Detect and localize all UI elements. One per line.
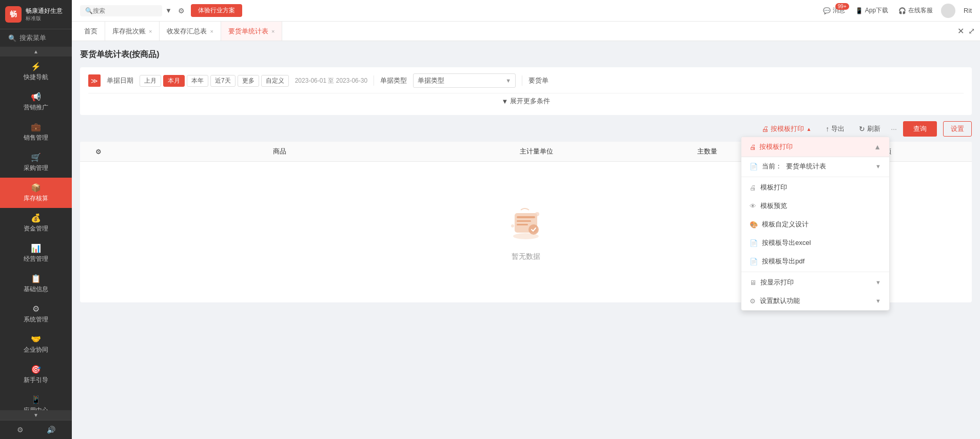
template-print-item[interactable]: 🖨 模板打印 bbox=[741, 178, 889, 197]
customer-service-btn[interactable]: 🎧 在线客服 bbox=[896, 6, 933, 15]
sidebar-item-appstore[interactable]: 📱应用中心 bbox=[0, 390, 72, 410]
messages-badge: 99+ bbox=[835, 3, 849, 10]
empty-illustration bbox=[505, 203, 546, 244]
filter-expand-btn[interactable]: ≫ bbox=[88, 74, 101, 87]
content-area: 要货单统计表(按商品) ≫ 单据日期 上月 本月 本年 近7天 更多 自定义 2… bbox=[72, 41, 980, 439]
svg-rect-4 bbox=[517, 224, 528, 225]
print-icon: 🖨 bbox=[761, 125, 769, 133]
current-template-item[interactable]: 📄 当前： 要货单统计表 ▼ bbox=[741, 157, 889, 176]
print-dropdown-header: 🖨 按模板打印 ▲ bbox=[741, 137, 889, 157]
expand-more-btn[interactable]: ▼ 展开更多条件 bbox=[88, 93, 964, 109]
type-select[interactable]: 单据类型 ▼ bbox=[413, 73, 516, 88]
sidebar-icon-inventory: 📦 bbox=[31, 183, 41, 193]
set-default-item[interactable]: ⚙ 设置默认功能 ▼ bbox=[741, 292, 889, 310]
sidebar-label-marketing: 营销推广 bbox=[24, 103, 48, 112]
topbar-gear-icon[interactable]: ⚙ bbox=[178, 7, 185, 15]
type-select-value: 单据类型 bbox=[418, 76, 444, 85]
sidebar-item-finance[interactable]: 💰资金管理 bbox=[0, 208, 72, 238]
print-template-btn[interactable]: 🖨 按模板打印 ▲ bbox=[757, 122, 815, 136]
tab-close-order-stats[interactable]: × bbox=[271, 28, 275, 34]
query-btn[interactable]: 查询 bbox=[903, 121, 937, 137]
template-preview-icon: 👁 bbox=[750, 202, 756, 210]
sidebar-icon-finance: 💰 bbox=[31, 213, 41, 223]
tab-order-stats[interactable]: 要货单统计表 × bbox=[221, 22, 282, 41]
sidebar-icon-appstore: 📱 bbox=[31, 395, 41, 405]
sidebar-label-finance: 资金管理 bbox=[24, 224, 48, 233]
sidebar-icon-quick-nav: ⚡ bbox=[31, 62, 41, 71]
col-settings[interactable]: ⚙ bbox=[88, 148, 109, 156]
search-input[interactable] bbox=[93, 7, 144, 14]
svg-rect-3 bbox=[517, 220, 531, 222]
tab-close-inventory-batch[interactable]: × bbox=[149, 28, 152, 34]
page-title: 要货单统计表(按商品) bbox=[80, 49, 972, 60]
user-avatar[interactable] bbox=[941, 4, 955, 18]
export-pdf-item[interactable]: 📄 按模板导出pdf bbox=[741, 252, 889, 271]
tabs-right: ✕ ⤢ bbox=[957, 26, 975, 36]
tab-inventory-batch[interactable]: 库存批次账 × bbox=[105, 22, 160, 41]
sidebar-scroll-down[interactable]: ▼ bbox=[0, 410, 72, 420]
expand-icon: ▼ bbox=[502, 98, 508, 105]
topbar-dropdown-icon[interactable]: ▼ bbox=[165, 7, 172, 14]
export-btn[interactable]: ↑ 导出 bbox=[821, 122, 849, 136]
date-more[interactable]: 更多 bbox=[238, 75, 259, 87]
toolbar-more-btn[interactable]: ··· bbox=[891, 125, 897, 133]
sidebar-item-cooperation[interactable]: 🤝企业协同 bbox=[0, 329, 72, 359]
app-download-btn[interactable]: 📱 App下载 bbox=[853, 6, 888, 15]
template-design-icon: 🎨 bbox=[750, 221, 758, 228]
sidebar-nav: ⚡快捷导航📢营销推广💼销售管理🛒采购管理📦库存核算💰资金管理📊经营管理📋基础信息… bbox=[0, 56, 72, 410]
sidebar-item-purchase[interactable]: 🛒采购管理 bbox=[0, 147, 72, 178]
svg-point-6 bbox=[535, 212, 539, 216]
dropdown-divider-1 bbox=[741, 177, 889, 177]
display-print-item[interactable]: 🖥 按显示打印 ▼ bbox=[741, 273, 889, 292]
logo-icon: 畅 bbox=[5, 6, 22, 23]
refresh-btn[interactable]: ↻ 刷新 bbox=[855, 122, 885, 136]
sidebar-logo: 畅 畅康通好生意 标准版 bbox=[0, 0, 72, 29]
topbar-search-icon: 🔍 bbox=[85, 7, 93, 14]
export-pdf-icon: 📄 bbox=[750, 258, 758, 265]
sidebar-label-purchase: 采购管理 bbox=[24, 164, 48, 173]
sidebar-label-inventory: 库存核算 bbox=[24, 194, 48, 203]
date-curr-month[interactable]: 本月 bbox=[163, 75, 185, 87]
topbar-right: 💬 消息 99+ 📱 App下载 🎧 在线客服 Rit bbox=[821, 4, 972, 18]
sidebar-item-inventory[interactable]: 📦库存核算 bbox=[0, 178, 72, 208]
tab-home[interactable]: 首页 bbox=[77, 22, 105, 41]
sidebar-item-system[interactable]: ⚙系统管理 bbox=[0, 299, 72, 329]
sidebar-item-basic[interactable]: 📋基础信息 bbox=[0, 269, 72, 299]
date-prev-month[interactable]: 上月 bbox=[140, 75, 161, 87]
template-preview-item[interactable]: 👁 模板预览 bbox=[741, 197, 889, 215]
sidebar-item-guide[interactable]: 🎯新手引导 bbox=[0, 359, 72, 390]
sidebar-label-basic: 基础信息 bbox=[24, 285, 48, 294]
sidebar-item-quick-nav[interactable]: ⚡快捷导航 bbox=[0, 56, 72, 87]
col-settings-icon: ⚙ bbox=[95, 148, 102, 156]
print-dropdown-close-btn[interactable]: ▲ bbox=[874, 143, 881, 151]
search-menu[interactable]: 🔍 搜索菜单 bbox=[0, 29, 72, 47]
date-7days[interactable]: 近7天 bbox=[210, 75, 236, 87]
topbar: 🔍 ▼ ⚙ 体验行业方案 💬 消息 99+ 📱 App下载 🎧 在线客服 Rit bbox=[72, 0, 980, 22]
sidebar-item-sales[interactable]: 💼销售管理 bbox=[0, 117, 72, 147]
date-custom[interactable]: 自定义 bbox=[261, 75, 289, 87]
template-design-item[interactable]: 🎨 模板自定义设计 bbox=[741, 215, 889, 234]
topbar-search[interactable]: 🔍 bbox=[80, 5, 162, 16]
tab-close-receipt-summary[interactable]: × bbox=[210, 28, 213, 34]
sidebar-label-sales: 销售管理 bbox=[24, 133, 48, 142]
date-buttons: 上月 本月 本年 近7天 更多 自定义 bbox=[140, 75, 289, 87]
tabs-expand-icon[interactable]: ⤢ bbox=[968, 26, 975, 36]
settings-btn[interactable]: 设置 bbox=[943, 121, 972, 137]
service-icon: 🎧 bbox=[898, 7, 906, 14]
export-excel-item[interactable]: 📄 按模板导出excel bbox=[741, 234, 889, 252]
tabs-close-all-icon[interactable]: ✕ bbox=[957, 26, 964, 36]
tab-receipt-summary[interactable]: 收发存汇总表 × bbox=[160, 22, 221, 41]
empty-text: 暂无数据 bbox=[512, 252, 540, 261]
audio-bottom-icon[interactable]: 🔊 bbox=[47, 426, 55, 434]
sidebar-item-marketing[interactable]: 📢营销推广 bbox=[0, 87, 72, 117]
settings-bottom-icon[interactable]: ⚙ bbox=[17, 426, 24, 434]
sidebar-bottom: ⚙ 🔊 bbox=[0, 420, 72, 439]
date-filter-label: 单据日期 bbox=[107, 76, 133, 85]
date-curr-year[interactable]: 本年 bbox=[187, 75, 208, 87]
sidebar-scroll-up[interactable]: ▲ bbox=[0, 47, 72, 56]
trial-button[interactable]: 体验行业方案 bbox=[191, 4, 242, 17]
sidebar-item-operations[interactable]: 📊经营管理 bbox=[0, 238, 72, 269]
sidebar-label-quick-nav: 快捷导航 bbox=[24, 73, 48, 82]
messages-btn[interactable]: 💬 消息 99+ bbox=[821, 6, 845, 15]
logo-text: 畅康通好生意 标准版 bbox=[26, 7, 63, 23]
